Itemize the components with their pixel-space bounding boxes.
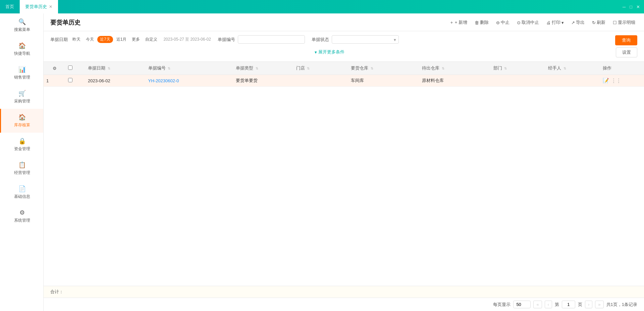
- filter-status-group: 单据状态: [312, 35, 399, 44]
- settings-btn[interactable]: 设置: [616, 47, 637, 57]
- pagination: 每页显示 50 10 20 100 « ‹ 第 页 › » 共1页，1条记录: [44, 298, 644, 311]
- col-handler[interactable]: 经手人 ⇅: [545, 62, 600, 75]
- sidebar-item-finance-mgmt[interactable]: 🔒 资金管理: [0, 133, 43, 157]
- row-checkbox[interactable]: [68, 78, 72, 82]
- sidebar-item-quick-nav-label: 快捷导航: [14, 51, 30, 56]
- export-icon: ↗: [571, 20, 575, 25]
- row-edit-btn[interactable]: 📝: [603, 78, 609, 84]
- new-btn[interactable]: ＋ + 新增: [447, 18, 469, 27]
- search-menu-icon: 🔍: [18, 18, 26, 26]
- print-btn[interactable]: 🖨 打印 ▾: [544, 18, 566, 27]
- date-btn-1month[interactable]: 近1月: [114, 36, 129, 43]
- tab-requisition-history-close[interactable]: ✕: [49, 4, 52, 9]
- filter-right: 查询 设置: [608, 35, 637, 57]
- sidebar-item-ops-mgmt[interactable]: 📋 经营管理: [0, 157, 43, 180]
- col-settings[interactable]: ⚙: [44, 62, 65, 75]
- col-req-wh[interactable]: 要货仓库 ⇅: [348, 62, 419, 75]
- filter-dates: 昨天 今天 近7天 近1月 更多 自定义: [70, 36, 159, 43]
- page-input[interactable]: [562, 301, 575, 308]
- date-btn-yesterday[interactable]: 昨天: [70, 36, 83, 43]
- row-handler: [545, 75, 600, 87]
- page-title: 要货单历史: [50, 18, 80, 31]
- table-area: ⚙ 单据日期 ⇅ 单据编号 ⇅ 单据类型: [44, 62, 644, 286]
- row-more-btn[interactable]: ⋮⋮: [611, 78, 621, 84]
- prev-page-btn[interactable]: ‹: [545, 301, 552, 308]
- window-min-btn[interactable]: ─: [623, 4, 626, 9]
- sidebar-item-search-menu-label: 搜索菜单: [14, 27, 30, 33]
- filter-row-1: 单据日期 昨天 今天 近7天 近1月 更多 自定义 2023-05-27 至 2…: [50, 35, 608, 44]
- expand-more-icon: ▾: [315, 50, 317, 55]
- tab-home[interactable]: 首页: [0, 0, 20, 13]
- refresh-btn[interactable]: ↻ 刷新: [590, 18, 607, 27]
- page-size-select[interactable]: 50 10 20 100: [513, 301, 531, 308]
- last-page-btn[interactable]: »: [595, 301, 603, 308]
- date-btn-7days[interactable]: 近7天: [97, 36, 113, 43]
- sidebar-item-basic-info[interactable]: 📄 基础信息: [0, 180, 43, 204]
- tab-requisition-history-label: 要货单历史: [25, 4, 47, 10]
- row-num-link[interactable]: YH-20230602-0: [148, 78, 179, 83]
- window-max-btn[interactable]: □: [630, 4, 632, 9]
- row-seq: 1: [44, 75, 65, 87]
- table-body: 1 2023-06-02 YH-20230602-0 要货单要货 车间库 原材料…: [44, 75, 644, 87]
- col-store[interactable]: 门店 ⇅: [293, 62, 348, 75]
- col-date[interactable]: 单据日期 ⇅: [85, 62, 146, 75]
- num-filter-input[interactable]: [238, 35, 305, 44]
- sidebar-item-purchase-mgmt-label: 采购管理: [14, 98, 30, 104]
- window-controls: ─ □ ✕: [623, 4, 644, 9]
- select-all-checkbox[interactable]: [68, 65, 72, 70]
- tab-requisition-history[interactable]: 要货单历史 ✕: [20, 0, 58, 13]
- date-btn-more[interactable]: 更多: [130, 36, 142, 43]
- col-handler-label: 经手人: [548, 65, 561, 71]
- sidebar-item-purchase-mgmt[interactable]: 🛒 采购管理: [0, 85, 43, 109]
- show-detail-btn[interactable]: ☐ 显示明细: [611, 18, 637, 27]
- sys-mgmt-icon: ⚙: [19, 209, 25, 216]
- purchase-mgmt-icon: 🛒: [18, 90, 26, 97]
- col-num[interactable]: 单据编号 ⇅: [146, 62, 233, 75]
- sidebar-item-sys-mgmt-label: 系统管理: [14, 218, 30, 223]
- row-req-wh: 车间库: [348, 75, 419, 87]
- query-btn[interactable]: 查询: [615, 35, 637, 45]
- first-page-btn[interactable]: «: [533, 301, 542, 308]
- col-dept[interactable]: 部门 ⇅: [491, 62, 545, 75]
- export-label: 导出: [576, 19, 585, 26]
- date-btn-today[interactable]: 今天: [84, 36, 96, 43]
- stop-btn[interactable]: ⊖ 中止: [494, 18, 512, 27]
- next-page-btn[interactable]: ›: [585, 301, 592, 308]
- sidebar-item-quick-nav[interactable]: 🏠 快捷导航: [0, 37, 43, 61]
- ops-mgmt-icon: 📋: [18, 161, 26, 169]
- row-type: 要货单要货: [233, 75, 293, 87]
- page-of-label: 页: [578, 302, 582, 308]
- date-btn-custom[interactable]: 自定义: [143, 36, 159, 43]
- table-row[interactable]: 1 2023-06-02 YH-20230602-0 要货单要货 车间库 原材料…: [44, 75, 644, 87]
- sidebar-item-inventory[interactable]: 🏠 库存核算: [0, 109, 43, 133]
- status-filter-select[interactable]: [332, 35, 399, 44]
- print-label: 打印: [552, 19, 560, 26]
- stop-label: 中止: [501, 19, 509, 26]
- window-close-btn[interactable]: ✕: [636, 4, 640, 9]
- inventory-icon: 🏠: [18, 114, 26, 121]
- col-out-wh-label: 待出仓库: [422, 65, 439, 71]
- page-size-label: 每页显示: [493, 302, 511, 308]
- col-type[interactable]: 单据类型 ⇅: [233, 62, 293, 75]
- expand-row: ▾ 展开更多条件: [50, 46, 608, 55]
- cancel-stop-btn[interactable]: ⊙ 取消中止: [515, 18, 541, 27]
- sales-mgmt-icon: 📊: [18, 66, 26, 73]
- expand-more-btn[interactable]: ▾ 展开更多条件: [315, 49, 344, 55]
- filter-area: 单据日期 昨天 今天 近7天 近1月 更多 自定义 2023-05-27 至 2…: [44, 31, 644, 62]
- export-btn[interactable]: ↗ 导出: [569, 18, 587, 27]
- stop-icon: ⊖: [496, 20, 500, 25]
- sidebar-item-sales-mgmt[interactable]: 📊 销售管理: [0, 61, 43, 85]
- sidebar: 🔍 搜索菜单 🏠 快捷导航 📊 销售管理 🛒 采购管理 🏠 库存核算 🔒 资金管…: [0, 13, 44, 311]
- col-dept-sort-icon: ⇅: [504, 66, 507, 70]
- col-num-sort-icon: ⇅: [168, 66, 170, 70]
- delete-btn[interactable]: 🗑 删除: [473, 18, 491, 27]
- col-out-wh[interactable]: 待出仓库 ⇅: [419, 62, 490, 75]
- col-date-label: 单据日期: [88, 65, 105, 71]
- sidebar-item-sys-mgmt[interactable]: ⚙ 系统管理: [0, 204, 43, 228]
- sidebar-item-search-menu[interactable]: 🔍 搜索菜单: [0, 13, 43, 37]
- row-date: 2023-06-02: [85, 75, 146, 87]
- col-handler-sort-icon: ⇅: [564, 66, 566, 70]
- filter-main-row: 单据日期 昨天 今天 近7天 近1月 更多 自定义 2023-05-27 至 2…: [50, 35, 637, 57]
- top-bar-tabs: 首页 要货单历史 ✕: [0, 0, 58, 13]
- cancel-stop-icon: ⊙: [517, 20, 521, 25]
